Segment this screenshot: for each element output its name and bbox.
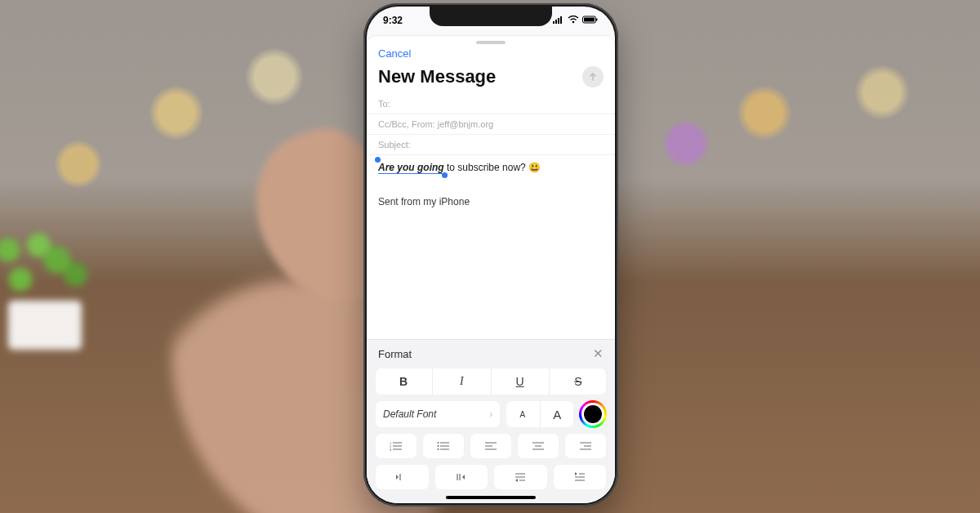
screen: 9:32 Cancel New Message <box>367 7 615 503</box>
text-color-button[interactable] <box>579 400 607 428</box>
status-icons <box>553 15 599 26</box>
compose-sheet: Cancel New Message To: Cc/Bcc, From: jef… <box>367 36 615 503</box>
svg-marker-29 <box>396 475 399 480</box>
indent-button[interactable] <box>434 464 489 490</box>
font-size-segment: A A <box>506 400 574 428</box>
home-indicator[interactable] <box>446 496 536 499</box>
svg-rect-3 <box>560 16 562 24</box>
cancel-button[interactable]: Cancel <box>378 47 411 60</box>
battery-icon <box>582 15 599 26</box>
wifi-icon <box>568 15 579 26</box>
font-size-decrease-button[interactable]: A <box>506 400 540 428</box>
svg-rect-0 <box>553 21 555 24</box>
subject-label: Subject: <box>378 140 411 149</box>
quote-ltr-button[interactable] <box>493 464 548 490</box>
cellular-signal-icon <box>553 15 564 26</box>
svg-rect-7 <box>596 19 598 21</box>
font-picker-button[interactable]: Default Font › <box>375 400 501 428</box>
svg-rect-6 <box>584 18 595 22</box>
format-title: Format <box>378 348 412 360</box>
font-name-label: Default Font <box>383 408 436 420</box>
bold-button[interactable]: B <box>375 368 433 395</box>
svg-marker-36 <box>515 479 518 482</box>
cc-label: Cc/Bcc, From: <box>378 119 435 129</box>
close-format-button[interactable]: ✕ <box>593 346 604 361</box>
align-right-button[interactable] <box>564 433 607 459</box>
signature-text[interactable]: Sent from my iPhone <box>378 196 604 207</box>
quote-rtl-button[interactable] <box>553 464 608 490</box>
emoji-smile[interactable]: 😃 <box>528 162 541 173</box>
background-plant <box>0 203 122 350</box>
svg-marker-38 <box>575 472 577 475</box>
status-bar: 9:32 <box>367 7 615 34</box>
bulleted-list-button[interactable] <box>422 433 465 459</box>
svg-marker-33 <box>462 475 465 480</box>
cc-bcc-from-field[interactable]: Cc/Bcc, From: jeff@bnjm.org <box>367 114 615 135</box>
phone-frame: 9:32 Cancel New Message <box>363 3 618 506</box>
strikethrough-button[interactable]: S <box>550 368 607 395</box>
subject-field[interactable]: Subject: <box>367 135 615 155</box>
svg-point-14 <box>438 442 439 444</box>
align-left-button[interactable] <box>470 433 512 459</box>
format-panel: Format ✕ B I U S Default Font › <box>367 339 615 503</box>
outdent-button[interactable] <box>375 464 430 490</box>
underline-button[interactable]: U <box>492 368 550 395</box>
chevron-right-icon: › <box>489 408 492 420</box>
body-text-rest[interactable]: to subscribe now? <box>447 162 528 173</box>
italic-button[interactable]: I <box>433 368 491 395</box>
align-center-button[interactable] <box>517 433 559 459</box>
to-label: To: <box>378 99 390 109</box>
send-button[interactable] <box>582 66 604 87</box>
compose-title: New Message <box>378 66 496 87</box>
sheet-grabber[interactable] <box>476 41 506 44</box>
svg-point-4 <box>572 21 575 24</box>
svg-rect-2 <box>558 18 559 24</box>
text-style-segment: B I U S <box>375 368 607 395</box>
selected-text[interactable]: Are you going <box>378 162 444 173</box>
svg-point-18 <box>438 448 439 450</box>
status-time: 9:32 <box>383 15 403 26</box>
message-body[interactable]: Are you going to subscribe now? 😃 Sent f… <box>367 155 615 207</box>
svg-point-16 <box>438 445 439 447</box>
font-size-increase-button[interactable]: A <box>541 400 574 428</box>
to-field[interactable]: To: <box>367 94 615 114</box>
from-email: jeff@bnjm.org <box>438 119 493 129</box>
svg-text:3: 3 <box>390 448 392 451</box>
numbered-list-button[interactable]: 123 <box>375 433 417 459</box>
svg-rect-1 <box>555 20 557 24</box>
